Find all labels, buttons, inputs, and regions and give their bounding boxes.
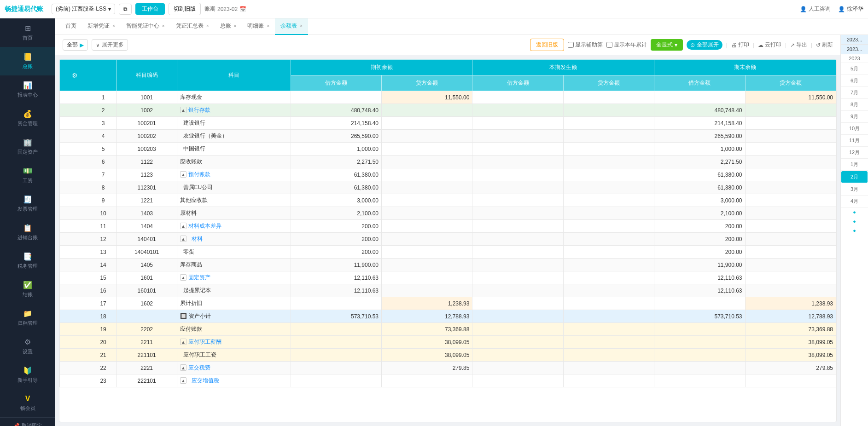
expand-row-icon[interactable]: ▲	[180, 171, 186, 178]
row-number-cell: 6	[90, 155, 117, 168]
print-label: 打印	[738, 41, 749, 49]
row-settings-cell	[60, 336, 90, 349]
curr-debit-cell	[472, 297, 563, 310]
tab-smart-voucher-close[interactable]: ×	[162, 23, 165, 29]
sidebar-item-reports[interactable]: 📊 报表中心	[0, 75, 55, 104]
sidebar-item-sales[interactable]: 📋 进销台账	[0, 218, 55, 247]
expand-row-icon[interactable]: ▲	[180, 107, 186, 113]
period-credit-cell	[382, 130, 472, 143]
right-panel-month-item[interactable]: 8月	[841, 99, 868, 111]
right-panel-month-item[interactable]: 2月	[841, 171, 868, 183]
right-panel-dot1[interactable]: ●	[841, 207, 868, 217]
expand-row-icon[interactable]: ▲	[180, 377, 186, 384]
table-row: 8112301 善属EU公司61,380.0061,380.00	[60, 181, 836, 194]
end-debit-cell: 11,900.00	[654, 259, 745, 271]
expand-row-icon[interactable]: ▲	[180, 236, 186, 242]
expand-row-icon[interactable]: ▲	[180, 364, 186, 371]
tab-new-voucher[interactable]: 新增凭证 ×	[82, 18, 121, 35]
sidebar-item-home[interactable]: ⊞ 首页	[0, 18, 55, 47]
right-panel-month-item[interactable]: 3月	[841, 184, 868, 196]
tab-general-ledger-close[interactable]: ×	[234, 23, 237, 29]
copy-button[interactable]: ⧉	[119, 4, 132, 15]
sidebar-item-invoice[interactable]: 🧾 发票管理	[0, 190, 55, 218]
tab-general-ledger[interactable]: 总账 ×	[215, 18, 242, 35]
subject-name-link[interactable]: 应交税费	[188, 364, 210, 371]
ytd-checkbox-input[interactable]	[606, 42, 612, 48]
tab-new-voucher-close[interactable]: ×	[112, 23, 115, 29]
sep3: |	[785, 42, 786, 48]
sidebar-item-ledger[interactable]: 📒 总账	[0, 47, 55, 75]
tab-home-label: 首页	[65, 22, 76, 30]
tab-balance-close[interactable]: ×	[300, 23, 303, 29]
sidebar-item-member[interactable]: V 畅会员	[0, 389, 55, 417]
table-row: 61122应收账款2,271.502,271.50	[60, 155, 836, 168]
show-auxiliary-checkbox[interactable]: 显示辅助算	[568, 41, 603, 49]
unpin-button[interactable]: 📌 取消固定	[0, 418, 55, 426]
row-settings-cell	[60, 194, 90, 207]
expand-more-btn[interactable]: ∨ 展开更多	[92, 39, 128, 51]
version-button[interactable]: 切到旧版	[169, 3, 201, 15]
show-ytd-checkbox[interactable]: 显示本年累计	[606, 41, 647, 49]
right-panel-month-item[interactable]: 4月	[841, 196, 868, 207]
row-number-cell: 8	[90, 181, 117, 194]
sidebar-item-settings[interactable]: ⚙ 设置	[0, 332, 55, 361]
subject-name-link[interactable]: 应付职工薪酬	[188, 339, 221, 345]
tab-home[interactable]: 首页	[60, 18, 82, 35]
calendar-icon: 📅	[239, 6, 246, 12]
sidebar-item-tax[interactable]: 📑 税务管理	[0, 247, 55, 275]
right-panel-dot2[interactable]: ●	[841, 217, 868, 226]
expand-row-icon[interactable]: ▲	[180, 339, 186, 345]
sidebar-item-payroll[interactable]: 💵 工资	[0, 161, 55, 190]
right-panel-month-item[interactable]: 5月	[841, 63, 868, 75]
subject-name-link[interactable]: 应交增值税	[192, 377, 219, 384]
tab-detail-ledger[interactable]: 明细账 ×	[242, 18, 275, 35]
settings-icon: ⚙	[24, 338, 31, 346]
right-panel-month-item[interactable]: 12月	[841, 147, 868, 159]
tab-balance[interactable]: 余额表 ×	[275, 18, 308, 35]
row-name-cell: ▲ 应交增值税	[177, 374, 291, 387]
right-panel-month-item[interactable]: 6月	[841, 75, 868, 87]
tab-smart-voucher[interactable]: 智能凭证中心 ×	[121, 18, 170, 35]
period-debit-cell: 214,158.40	[291, 117, 381, 130]
refresh-btn[interactable]: ↺ 刷新	[816, 41, 833, 49]
gear-icon[interactable]: ⚙	[72, 72, 78, 79]
right-panel-month-item[interactable]: 10月	[841, 123, 868, 135]
tab-detail-ledger-close[interactable]: ×	[267, 23, 269, 29]
right-panel-month-item[interactable]: 11月	[841, 135, 868, 147]
sidebar-item-archive[interactable]: 📁 归档管理	[0, 304, 55, 332]
format-btn[interactable]: 全显式 ▾	[651, 39, 683, 51]
subject-name-link[interactable]: 材料	[192, 236, 203, 242]
customer-service-btn[interactable]: 👤 人工咨询	[800, 5, 831, 13]
subject-name-link[interactable]: 固定资产	[188, 274, 210, 281]
return-old-btn[interactable]: 返回旧版	[530, 39, 564, 51]
auxiliary-checkbox-input[interactable]	[568, 42, 574, 48]
subject-name-link[interactable]: 预付账款	[188, 171, 210, 178]
subject-name-link[interactable]: 银行存款	[188, 107, 210, 113]
expand-row-icon[interactable]: ▲	[180, 223, 186, 229]
expand-all-toggle[interactable]: ⊙ 全部展开	[687, 40, 722, 50]
expand-row-icon[interactable]: ▲	[180, 274, 186, 281]
cloud-print-btn[interactable]: ☁ 云打印	[758, 41, 781, 49]
right-panel-dot3[interactable]: ●	[841, 226, 868, 235]
sidebar-item-funds[interactable]: 💰 资金管理	[0, 104, 55, 132]
subject-name-link[interactable]: 材料成本差异	[188, 223, 221, 229]
export-btn[interactable]: ↗ 导出	[790, 41, 807, 49]
tab-voucher-summary-close[interactable]: ×	[206, 23, 209, 29]
right-panel-month-item[interactable]: 7月	[841, 87, 868, 99]
right-panel-month-item[interactable]: 9月	[841, 111, 868, 123]
sidebar-item-close[interactable]: ✅ 结账	[0, 275, 55, 304]
sidebar-item-guide[interactable]: 🔰 新手引导	[0, 361, 55, 389]
row-settings-cell	[60, 233, 90, 246]
end-debit-cell: 214,158.40	[654, 117, 745, 130]
tab-voucher-summary[interactable]: 凭证汇总表 ×	[170, 18, 215, 35]
print-btn[interactable]: 🖨 打印	[731, 41, 749, 49]
period-debit-cell: 61,380.00	[291, 168, 381, 181]
period-debit-cell: 2,100.00	[291, 207, 381, 220]
user-profile-btn[interactable]: 👤 徐泽华	[838, 5, 863, 13]
sidebar-label-assets: 固定资产	[17, 149, 38, 155]
workbench-button[interactable]: 工作台	[135, 3, 165, 15]
sidebar-item-assets[interactable]: 🏢 固定资产	[0, 132, 55, 161]
company-selector[interactable]: (劣前) 江西股圣-LSS ▾	[52, 4, 115, 14]
filter-select[interactable]: 全部 ▶	[63, 39, 88, 51]
right-panel-month-item[interactable]: 1月	[841, 159, 868, 171]
